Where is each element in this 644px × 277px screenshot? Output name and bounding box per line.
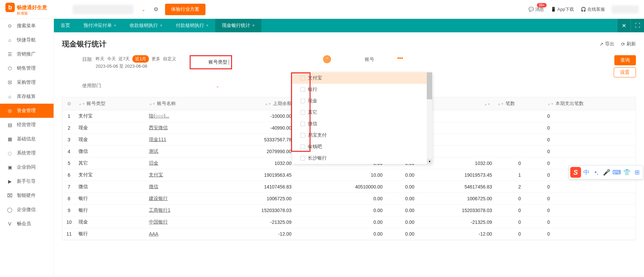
ime-apps-icon[interactable]: ⊞ (632, 168, 642, 177)
date-option-2[interactable]: 近7天 (119, 56, 130, 62)
app-download-button[interactable]: 📱 App下载 (551, 6, 574, 12)
messages-button[interactable]: 💬 消息 99+ (528, 6, 544, 12)
search-button[interactable]: 查询 (614, 55, 636, 65)
sidebar-item-6[interactable]: ◎资金管理 (0, 104, 54, 118)
account-link[interactable]: 支付宝 (149, 172, 163, 177)
checkbox-icon[interactable] (300, 122, 305, 126)
account-link[interactable]: 测试 (149, 148, 158, 154)
account-link[interactable]: 建设银行 (149, 196, 168, 201)
online-service-button[interactable]: 🎧 在线客服 (581, 6, 605, 12)
sidebar-item-3[interactable]: ⬡销售管理 (0, 61, 54, 75)
sidebar-item-4[interactable]: ☒采购管理 (0, 75, 54, 90)
close-all-tabs-button[interactable]: ✕ (617, 19, 631, 32)
dropdown-option-6[interactable]: 收钱吧 (292, 141, 432, 152)
account-link[interactable]: AAA (149, 231, 158, 237)
cell-prev: -40990.00 (217, 122, 294, 134)
scrollbar-thumb[interactable] (427, 72, 432, 99)
cell-type: 其它 (76, 158, 146, 169)
dropdown-option-5[interactable]: 易宝支付 (292, 130, 432, 141)
tab-3[interactable]: 付款核销执行× (169, 19, 215, 32)
cell-a: 0.00 (385, 205, 417, 216)
sidebar-item-9[interactable]: ◌系统管理 (0, 146, 54, 160)
table-header-7[interactable]: ▲▼笔数 (495, 97, 545, 110)
tab-label: 收款核销执行 (130, 23, 158, 29)
account-link[interactable]: 工商银行1 (149, 207, 170, 213)
dropdown-option-7[interactable]: 长沙银行 (292, 152, 432, 164)
sidebar-item-14[interactable]: V畅会员 (0, 217, 54, 231)
chevron-down-icon[interactable]: ⌄ (216, 83, 220, 89)
ime-mic-icon[interactable]: 🎤 (602, 168, 611, 177)
date-option-3[interactable]: 近1月 (132, 55, 149, 63)
account-type-dropdown-toggle[interactable]: ⌃ (232, 55, 331, 63)
account-link[interactable]: 微信 (149, 184, 158, 189)
refresh-button[interactable]: ⟳刷新 (621, 41, 636, 47)
checkbox-icon[interactable] (300, 110, 305, 115)
date-option-1[interactable]: 今天 (107, 56, 116, 62)
export-button[interactable]: ↗导出 (600, 41, 614, 47)
ime-skin-icon[interactable]: 👕 (622, 168, 632, 177)
sidebar-item-8[interactable]: ▦基础信息 (0, 132, 54, 146)
checkbox-icon[interactable] (300, 133, 305, 138)
sidebar-item-10[interactable]: ▣企业协同 (0, 160, 54, 174)
account-link[interactable]: 陆(○○○)... (149, 113, 169, 118)
checkbox-icon[interactable] (300, 76, 305, 80)
dropdown-option-4[interactable]: 微信 (292, 118, 432, 130)
ime-keyboard-icon[interactable]: ⌨ (612, 168, 621, 177)
account-link[interactable]: 现金111 (149, 137, 166, 142)
checkbox-icon[interactable] (300, 99, 305, 103)
close-icon[interactable]: × (206, 23, 208, 28)
ime-punct-icon[interactable]: •, (592, 168, 601, 177)
sidebar-item-7[interactable]: ▤经营管理 (0, 118, 54, 132)
sidebar-item-13[interactable]: ◯企业微信 (0, 203, 54, 217)
account-link[interactable]: 中国银行 (149, 219, 168, 224)
sidebar-item-1[interactable]: ⌂快捷导航 (0, 33, 54, 47)
close-icon[interactable]: × (114, 23, 116, 28)
header-mid: ⌄ ⚙ 体验行业方案 (73, 4, 528, 15)
dropdown-option-0[interactable]: 支付宝 (292, 72, 432, 84)
chevron-down-icon[interactable]: ⌄ (141, 7, 146, 12)
account-link[interactable]: 旧金 (149, 160, 158, 166)
ime-zh-icon[interactable]: 中 (582, 168, 591, 177)
date-option-0[interactable]: 昨天 (96, 56, 104, 62)
sidebar-icon: V (7, 221, 13, 227)
dropdown-option-3[interactable]: 其它 (292, 107, 432, 118)
checkbox-icon[interactable] (300, 156, 305, 161)
table-header-2[interactable]: ▲▼账号名称 (146, 97, 217, 110)
close-icon[interactable]: × (252, 23, 255, 28)
industry-plan-button[interactable]: 体验行业方案 (165, 4, 205, 15)
tab-2[interactable]: 收款核销执行× (123, 19, 169, 32)
cell-type: 微信 (76, 181, 146, 193)
sidebar-icon: ☒ (7, 79, 13, 85)
table-header-1[interactable]: ▲▼账号类型 (76, 97, 146, 110)
settings-button[interactable]: 设置 (614, 67, 636, 77)
sidebar-icon: ◯ (7, 207, 13, 213)
gear-icon[interactable]: ⚙ (154, 6, 158, 12)
date-option-5[interactable]: 自定义 (163, 56, 176, 62)
account-link[interactable]: 西安微信 (149, 125, 168, 130)
table-header-0[interactable]: ⚙ (62, 97, 76, 110)
cell-type: 现金 (76, 122, 146, 134)
table-header-8[interactable]: ▲▼本期支出笔数 (545, 97, 636, 110)
cell-a: 0.00 (385, 216, 417, 228)
tab-0[interactable]: 首页 (54, 19, 77, 32)
more-filters-button[interactable]: ••• (397, 55, 403, 61)
sidebar-item-11[interactable]: ▶新手引导 (0, 174, 54, 188)
table-header-3[interactable]: ▲▼上期余额 (217, 97, 294, 110)
checkbox-icon[interactable] (300, 144, 305, 149)
close-icon[interactable]: × (160, 23, 162, 28)
sidebar-item-5[interactable]: ⌂库存核算 (0, 90, 54, 104)
dropdown-option-2[interactable]: 现金 (292, 95, 432, 107)
scroll-down-icon[interactable]: ▾ (427, 159, 432, 164)
sidebar-item-12[interactable]: ⌧智能硬件 (0, 188, 54, 203)
tab-4[interactable]: 现金银行统计× (215, 19, 261, 32)
sidebar-icon: ▣ (7, 164, 13, 170)
tab-1[interactable]: 预付冲应付单× (77, 19, 123, 32)
dropdown-scrollbar[interactable]: ▾ (427, 72, 432, 164)
ime-toolbar[interactable]: S 中 •, 🎤 ⌨ 👕 ⊞ (569, 165, 643, 179)
checkbox-icon[interactable] (300, 87, 305, 92)
sidebar-item-2[interactable]: ☰营销推广 (0, 47, 54, 61)
date-option-4[interactable]: 更多 (152, 56, 160, 62)
sidebar-item-0[interactable]: ⊙搜索菜单 (0, 19, 54, 33)
dropdown-option-1[interactable]: 银行 (292, 84, 432, 95)
expand-button[interactable]: ⛶ (631, 19, 644, 32)
